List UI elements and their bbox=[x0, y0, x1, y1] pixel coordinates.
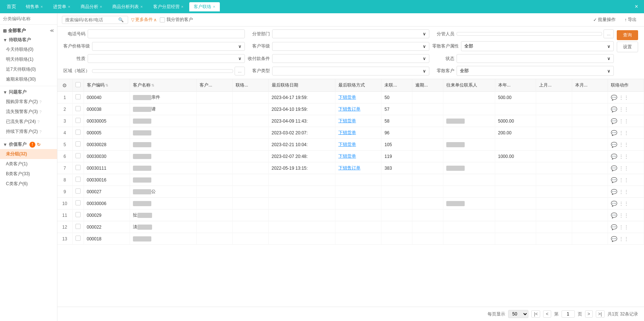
col-header-check[interactable] bbox=[72, 79, 84, 92]
sidebar-item-abnormal[interactable]: 囤购异常客户(2) ? bbox=[0, 97, 57, 107]
last-method-link[interactable]: 下销货单 bbox=[338, 142, 356, 147]
filter-customer-type-select[interactable]: ∨ bbox=[272, 67, 429, 75]
more-action-icon[interactable]: ⋮⋮ bbox=[619, 212, 629, 218]
filter-nature-select[interactable]: ∨ bbox=[88, 54, 245, 63]
more-action-icon[interactable]: ⋮⋮ bbox=[619, 189, 629, 195]
sidebar-item-7days-pending[interactable]: 近7天待联络(0) bbox=[0, 64, 57, 74]
help-icon-churned[interactable]: ? bbox=[37, 120, 39, 124]
collapse-sidebar-btn[interactable]: ≪ bbox=[50, 28, 54, 33]
close-product-list[interactable]: × bbox=[140, 4, 142, 9]
more-conditions-btn[interactable]: ▽ 更多条件 ∧ bbox=[131, 17, 157, 23]
contact-icon[interactable]: 💬 bbox=[611, 142, 617, 148]
query-button[interactable]: 查询 bbox=[617, 30, 638, 40]
more-action-icon[interactable]: ⋮⋮ bbox=[619, 236, 629, 242]
sidebar-item-churn-warning[interactable]: 流失预警客户(3) ? bbox=[0, 107, 57, 117]
row-checkbox[interactable] bbox=[75, 106, 81, 111]
refresh-icon[interactable]: ↻ bbox=[37, 142, 41, 147]
close-sales-order[interactable]: × bbox=[41, 4, 43, 9]
prev-page-btn[interactable]: < bbox=[543, 310, 551, 318]
last-method-link[interactable]: 下销货单 bbox=[338, 95, 356, 100]
select-all-checkbox[interactable] bbox=[75, 82, 81, 87]
contact-icon[interactable]: 💬 bbox=[611, 154, 617, 159]
row-checkbox[interactable] bbox=[75, 165, 81, 170]
last-method-link[interactable]: 下销货单 bbox=[338, 130, 356, 135]
close-purchase-order[interactable]: × bbox=[68, 4, 70, 9]
my-customers-checkbox[interactable]: 我分管的客户 bbox=[160, 17, 193, 23]
batch-op-btn[interactable]: ✓ 批量操作 bbox=[590, 15, 619, 24]
row-checkbox[interactable] bbox=[75, 94, 81, 99]
row-checkbox[interactable] bbox=[75, 212, 81, 217]
reset-button[interactable]: 设置 bbox=[617, 42, 638, 52]
sidebar-item-class-b[interactable]: B类客户(33) bbox=[0, 169, 57, 179]
more-action-icon[interactable]: ⋮⋮ bbox=[619, 154, 629, 159]
nav-home[interactable]: 首页 bbox=[3, 2, 20, 11]
close-contact[interactable]: × bbox=[213, 4, 215, 9]
sidebar-item-overdue-pending[interactable]: 逾期未联络(30) bbox=[0, 74, 57, 84]
help-icon-churn[interactable]: ? bbox=[39, 110, 42, 114]
row-checkbox[interactable] bbox=[75, 118, 81, 123]
group-problem-customers[interactable]: ▼ 问题客户 bbox=[0, 88, 57, 97]
sidebar-item-class-a[interactable]: A类客户(1) bbox=[0, 159, 57, 169]
filter-price-level-select[interactable]: ∨ bbox=[92, 42, 245, 51]
group-pending-contact[interactable]: ▼ 待联络客户 bbox=[0, 35, 57, 45]
page-input[interactable] bbox=[562, 310, 575, 318]
sidebar-item-class-c[interactable]: C类客户(6) bbox=[0, 179, 57, 189]
close-product-analysis[interactable]: × bbox=[100, 4, 102, 9]
help-icon-abnormal[interactable]: ? bbox=[39, 100, 42, 104]
row-check[interactable] bbox=[72, 103, 84, 115]
sidebar-item-declining[interactable]: 持续下滑客户(2) ? bbox=[0, 127, 57, 137]
more-action-icon[interactable]: ⋮⋮ bbox=[619, 177, 629, 183]
sidebar-item-today-pending[interactable]: 今天待联络(0) bbox=[0, 45, 57, 54]
row-check[interactable] bbox=[72, 221, 84, 233]
contact-icon[interactable]: 💬 bbox=[611, 189, 617, 195]
row-checkbox[interactable] bbox=[75, 224, 81, 229]
filter-customer-level-select[interactable]: ∨ bbox=[272, 42, 429, 51]
row-check[interactable] bbox=[72, 233, 84, 245]
contact-icon[interactable]: 💬 bbox=[611, 224, 617, 230]
contact-icon[interactable]: 💬 bbox=[611, 165, 617, 171]
nav-sales-order[interactable]: 销售单 × bbox=[21, 2, 47, 11]
row-check[interactable] bbox=[72, 198, 84, 209]
row-check[interactable] bbox=[72, 127, 84, 139]
more-action-icon[interactable]: ⋮⋮ bbox=[619, 130, 629, 136]
row-check[interactable] bbox=[72, 209, 84, 221]
filter-status-select[interactable]: ∨ bbox=[457, 54, 614, 63]
filter-person-select[interactable] bbox=[457, 32, 602, 36]
filter-region-dots[interactable]: ... bbox=[235, 67, 245, 75]
row-check[interactable] bbox=[72, 92, 84, 103]
more-action-icon[interactable]: ⋮⋮ bbox=[619, 95, 629, 100]
nav-product-analysis-list[interactable]: 商品分析列表 × bbox=[108, 2, 147, 11]
row-checkbox[interactable] bbox=[75, 236, 81, 241]
nav-customer-tiered[interactable]: 客户分层经营 × bbox=[149, 2, 188, 11]
filter-person-dots[interactable]: ... bbox=[603, 29, 614, 38]
filter-region-select[interactable] bbox=[92, 69, 233, 73]
more-action-icon[interactable]: ⋮⋮ bbox=[619, 106, 629, 112]
first-page-btn[interactable]: |< bbox=[531, 310, 540, 318]
contact-icon[interactable]: 💬 bbox=[611, 177, 617, 183]
last-method-link[interactable]: 下销售订单 bbox=[338, 106, 360, 112]
contact-icon[interactable]: 💬 bbox=[611, 130, 617, 136]
global-close-button[interactable]: × bbox=[632, 2, 641, 11]
row-checkbox[interactable] bbox=[75, 200, 81, 205]
more-action-icon[interactable]: ⋮⋮ bbox=[619, 201, 629, 207]
filter-payment-select[interactable]: ∨ bbox=[272, 54, 429, 63]
nav-product-analysis[interactable]: 商品分析 × bbox=[76, 2, 106, 11]
sidebar-item-ungrouped[interactable]: 未分组(32) bbox=[0, 149, 57, 159]
help-icon-declining[interactable]: ? bbox=[39, 130, 42, 134]
row-check[interactable] bbox=[72, 174, 84, 186]
close-tiered[interactable]: × bbox=[181, 4, 183, 9]
filter-retail-select[interactable]: 全部 ∨ bbox=[457, 66, 614, 76]
filter-phone-input[interactable] bbox=[88, 29, 245, 38]
gear-icon[interactable]: ⚙ bbox=[62, 82, 67, 88]
row-check[interactable] bbox=[72, 162, 84, 174]
sort-code-icon[interactable]: ⇅ bbox=[105, 83, 108, 87]
nav-customer-contact[interactable]: 客户联络 × bbox=[189, 2, 219, 11]
more-action-icon[interactable]: ⋮⋮ bbox=[619, 165, 629, 171]
more-action-icon[interactable]: ⋮⋮ bbox=[619, 224, 629, 230]
next-page-btn[interactable]: > bbox=[585, 310, 593, 318]
export-btn[interactable]: ↑ 导出 bbox=[622, 15, 640, 24]
last-method-link[interactable]: 下销货单 bbox=[338, 118, 356, 123]
my-customers-check[interactable] bbox=[160, 17, 165, 22]
row-checkbox[interactable] bbox=[75, 141, 81, 147]
sort-name-icon[interactable]: ⇅ bbox=[151, 83, 154, 87]
